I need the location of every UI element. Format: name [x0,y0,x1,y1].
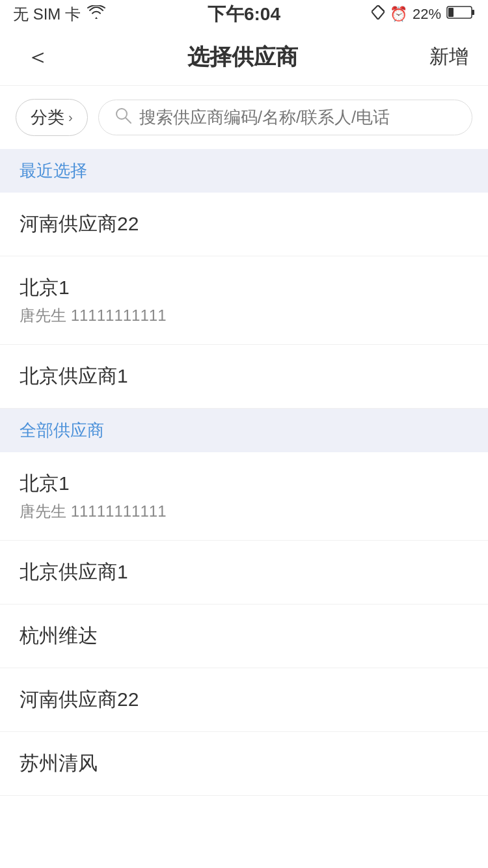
status-bar: 无 SIM 卡 下午6:04 ⏰ 22% [0,0,488,29]
item-name: 北京供应商1 [20,559,468,586]
svg-rect-2 [448,8,454,17]
back-button[interactable]: ＜ [20,34,56,79]
status-right: ⏰ 22% [372,5,475,23]
search-box[interactable] [98,100,472,135]
recent-items-list: 河南供应商22 北京1 唐先生 11111111111 北京供应商1 [0,193,488,409]
search-input[interactable] [139,107,456,128]
list-item[interactable]: 河南供应商22 [0,668,488,732]
location-icon [372,5,385,23]
item-sub: 唐先生 11111111111 [20,501,468,522]
list-item[interactable]: 北京供应商1 [0,541,488,604]
item-name: 苏州清风 [20,750,468,777]
recent-section-label: 最近选择 [20,161,87,180]
search-icon [115,107,131,128]
list-item[interactable]: 杭州维达 [0,604,488,668]
add-button[interactable]: 新增 [429,44,468,70]
recent-section-header: 最近选择 [0,149,488,193]
battery-label: 22% [413,6,441,23]
list-item[interactable]: 北京供应商1 [0,345,488,409]
all-section-header: 全部供应商 [0,409,488,452]
list-item[interactable]: 河南供应商22 [0,193,488,256]
list-item[interactable]: 北京1 唐先生 11111111111 [0,256,488,345]
item-name: 北京供应商1 [20,363,468,390]
nav-bar: ＜ 选择供应商 新增 [0,29,488,86]
status-time: 下午6:04 [208,2,280,27]
svg-line-4 [126,118,131,123]
item-sub: 唐先生 11111111111 [20,305,468,326]
item-name: 河南供应商22 [20,211,468,237]
svg-rect-1 [472,10,474,15]
all-items-list: 北京1 唐先生 11111111111 北京供应商1 杭州维达 河南供应商22 … [0,452,488,796]
nav-title: 选择供应商 [187,42,298,72]
filter-bar: 分类 › [0,86,488,149]
all-section-label: 全部供应商 [20,420,104,440]
status-left: 无 SIM 卡 [13,4,105,25]
item-name: 北京1 [20,275,468,301]
item-name: 北京1 [20,470,468,497]
category-label: 分类 [31,106,64,129]
chevron-right-icon: › [68,110,73,125]
alarm-icon: ⏰ [390,6,407,23]
list-item[interactable]: 北京1 唐先生 11111111111 [0,452,488,541]
item-name: 河南供应商22 [20,686,468,713]
list-item[interactable]: 苏州清风 [0,732,488,796]
battery-icon [446,5,475,23]
item-name: 杭州维达 [20,623,468,649]
wifi-icon [87,5,105,23]
category-button[interactable]: 分类 › [16,99,88,136]
carrier-label: 无 SIM 卡 [13,4,81,25]
